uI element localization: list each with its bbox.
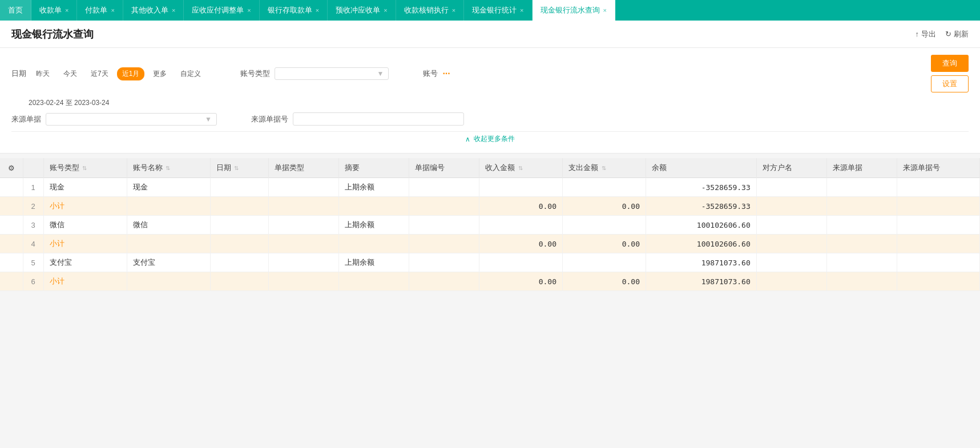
nav-adjust[interactable]: 应收应付调整单 × xyxy=(184,0,259,21)
column-gear[interactable]: ⚙ xyxy=(0,158,23,178)
filter-row-1: 日期 昨天 今天 近7天 近1月 更多 自定义 账号类型 ▼ 账号 ··· xyxy=(11,55,969,92)
cell-source-doc-no xyxy=(897,253,979,272)
source-doc-label: 来源单据 xyxy=(11,114,41,124)
cell-source-doc-no xyxy=(897,178,979,197)
nav-receipt-exec-close[interactable]: × xyxy=(452,7,455,14)
date-filter-group: 日期 昨天 今天 近7天 近1月 更多 自定义 xyxy=(11,67,206,80)
cell-source-doc-no xyxy=(897,272,979,291)
settings-button[interactable]: 设置 xyxy=(931,75,969,92)
export-button[interactable]: ↑ 导出 xyxy=(916,29,937,39)
cell-num: 1 xyxy=(23,178,43,197)
cell-source-doc-no xyxy=(897,235,979,253)
column-expense[interactable]: 支出金额 ⇅ xyxy=(562,158,646,178)
nav-cash-stats-close[interactable]: × xyxy=(520,7,523,14)
sort-icon-account-type: ⇅ xyxy=(82,165,87,171)
cell-expense xyxy=(562,253,646,272)
cell-doc-type xyxy=(268,197,338,216)
cell-balance: 19871073.60 xyxy=(646,272,757,291)
cell-summary: 上期余额 xyxy=(338,216,409,235)
nav-other-income-close[interactable]: × xyxy=(172,7,175,14)
export-icon: ↑ xyxy=(916,30,919,38)
filter-row-2: 来源单据 ▼ 来源单据号 xyxy=(11,112,969,126)
account-label: 账号 xyxy=(423,68,438,79)
nav-bank-deposit[interactable]: 银行存取款单 × xyxy=(260,0,328,21)
source-doc-no-input[interactable] xyxy=(293,112,464,126)
nav-prepay-offset-close[interactable]: × xyxy=(384,7,387,14)
date-yesterday[interactable]: 昨天 xyxy=(31,67,55,80)
nav-receipts-close[interactable]: × xyxy=(65,7,68,14)
cell-num: 6 xyxy=(23,272,43,291)
cell-account-type: 小计 xyxy=(43,197,127,216)
nav-prepay-offset[interactable]: 预收冲应收单 × xyxy=(328,0,396,21)
source-doc-select[interactable]: ▼ xyxy=(46,113,217,126)
refresh-button[interactable]: ↻ 刷新 xyxy=(945,29,969,39)
cell-doc-no xyxy=(409,216,479,235)
cell-source-doc xyxy=(826,235,897,253)
date-custom[interactable]: 自定义 xyxy=(175,67,206,80)
column-source-doc: 来源单据 xyxy=(826,158,897,178)
column-account-name[interactable]: 账号名称 ⇅ xyxy=(127,158,210,178)
cell-account-name: 微信 xyxy=(127,216,210,235)
date-today[interactable]: 今天 xyxy=(58,67,82,80)
cell-num: 5 xyxy=(23,253,43,272)
account-more-icon[interactable]: ··· xyxy=(442,68,450,79)
nav-cash-flow-label: 现金银行流水查询 xyxy=(541,5,600,15)
cell-summary: 上期余额 xyxy=(338,253,409,272)
cell-date xyxy=(210,178,268,197)
cell-account-type: 支付宝 xyxy=(43,253,127,272)
cell-balance: 100102606.60 xyxy=(646,235,757,253)
cell-doc-type xyxy=(268,235,338,253)
cell-source-doc-no xyxy=(897,216,979,235)
nav-receipt-exec[interactable]: 收款核销执行 × xyxy=(396,0,464,21)
cell-source-doc xyxy=(826,216,897,235)
date-range-display: 2023-02-24 至 2023-03-24 xyxy=(29,98,969,108)
query-button[interactable]: 查询 xyxy=(931,55,969,72)
cell-date xyxy=(210,216,268,235)
nav-payments-close[interactable]: × xyxy=(111,7,114,14)
nav-cash-stats[interactable]: 现金银行统计 × xyxy=(464,0,532,21)
account-type-label: 账号类型 xyxy=(240,68,270,79)
nav-other-income[interactable]: 其他收入单 × xyxy=(123,0,184,21)
column-num xyxy=(23,158,43,178)
nav-home[interactable]: 首页 xyxy=(0,0,31,21)
cell-account-type: 现金 xyxy=(43,178,127,197)
nav-payments[interactable]: 付款单 × xyxy=(77,0,123,21)
column-doc-type: 单据类型 xyxy=(268,158,338,178)
nav-adjust-close[interactable]: × xyxy=(247,7,251,14)
cell-expense xyxy=(562,216,646,235)
nav-bank-deposit-close[interactable]: × xyxy=(316,7,319,14)
cell-source-doc xyxy=(826,197,897,216)
nav-bank-deposit-label: 银行存取款单 xyxy=(268,5,312,15)
date-1month[interactable]: 近1月 xyxy=(117,67,145,80)
account-type-select[interactable]: ▼ xyxy=(275,67,389,80)
column-income[interactable]: 收入金额 ⇅ xyxy=(479,158,562,178)
nav-cash-flow-close[interactable]: × xyxy=(603,7,607,14)
cell-doc-type xyxy=(268,216,338,235)
cell-counterpart xyxy=(756,253,826,272)
cell-expense: 0.00 xyxy=(562,197,646,216)
sort-icon-expense: ⇅ xyxy=(602,165,606,171)
cell-gear xyxy=(0,178,23,197)
cell-balance: 19871073.60 xyxy=(646,253,757,272)
column-date[interactable]: 日期 ⇅ xyxy=(210,158,268,178)
date-7days[interactable]: 近7天 xyxy=(86,67,114,80)
cell-counterpart xyxy=(756,272,826,291)
cell-expense: 0.00 xyxy=(562,235,646,253)
cell-income: 0.00 xyxy=(479,272,562,291)
cell-balance: -3528659.33 xyxy=(646,178,757,197)
nav-receipts[interactable]: 收款单 × xyxy=(31,0,77,21)
nav-cash-flow[interactable]: 现金银行流水查询 × xyxy=(533,0,615,21)
cell-expense: 0.00 xyxy=(562,272,646,291)
cell-account-type: 微信 xyxy=(43,216,127,235)
column-account-type[interactable]: 账号类型 ⇅ xyxy=(43,158,127,178)
nav-home-label: 首页 xyxy=(8,5,23,15)
account-filter-group: 账号 ··· xyxy=(423,68,450,79)
cell-account-name xyxy=(127,272,210,291)
date-more[interactable]: 更多 xyxy=(148,67,172,80)
sort-icon-account-name: ⇅ xyxy=(166,165,170,171)
collapse-filters-bar[interactable]: ∧ 收起更多条件 xyxy=(11,131,969,146)
cell-account-name: 现金 xyxy=(127,178,210,197)
data-table: ⚙ 账号类型 ⇅ 账号名称 ⇅ 日期 ⇅ 单据类型 摘要 单据编号 收入金额 ⇅… xyxy=(0,158,980,291)
sort-icon-date: ⇅ xyxy=(234,165,239,171)
table-row: 5支付宝支付宝上期余额19871073.60 xyxy=(0,253,980,272)
